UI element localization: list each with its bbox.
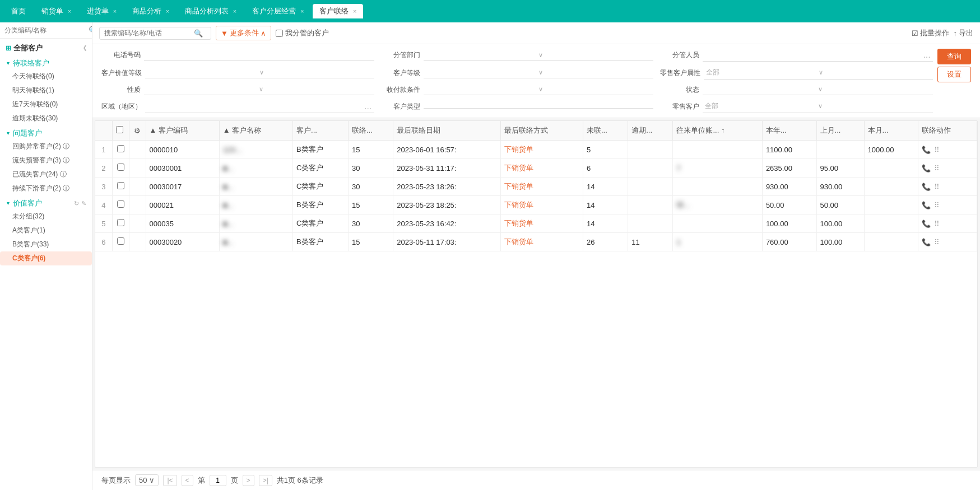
cell-last-contact-method[interactable]: 下销货单 (501, 196, 583, 214)
nav-product-analysis-list[interactable]: 商品分析列表 × (178, 4, 243, 18)
phone-action-icon[interactable]: 📞 (922, 238, 931, 246)
phone-action-icon[interactable]: 📞 (922, 183, 931, 191)
sidebar-item-declining[interactable]: 持续下滑客户(2) ⓘ (0, 181, 92, 195)
phone-input[interactable] (144, 49, 374, 61)
nav-product-analysis-list-close[interactable]: × (233, 8, 236, 15)
batch-ops-button[interactable]: ☑ 批量操作 (912, 28, 949, 38)
cell-last-contact-method[interactable]: 下销货单 (501, 141, 583, 159)
sidebar-item-7days[interactable]: 近7天待联络(0) (0, 97, 92, 111)
query-button[interactable]: 查询 (937, 49, 971, 64)
region-dots[interactable]: … (364, 102, 372, 111)
more-action-icon[interactable]: ⠿ (934, 146, 940, 154)
sidebar-item-b-customers[interactable]: B类客户(33) (0, 237, 92, 251)
payment-select[interactable]: ∨ (424, 84, 654, 95)
nav-customer-segment-close[interactable]: × (300, 8, 304, 15)
next-page-button[interactable]: > (243, 475, 254, 486)
more-action-icon[interactable]: ⠿ (934, 183, 940, 191)
nav-customer-contact-close[interactable]: × (353, 8, 356, 15)
manager-dots[interactable]: … (923, 50, 931, 59)
sidebar-item-unclassified[interactable]: 未分组(32) (0, 209, 92, 223)
customer-level-select[interactable]: ∨ (424, 67, 654, 78)
row-checkbox[interactable] (117, 200, 124, 208)
nav-sales[interactable]: 销货单 × (35, 4, 78, 18)
cell-last-contact-date: 2023-06-01 16:57: (393, 141, 501, 159)
edit-icon[interactable]: ✎ (81, 200, 86, 207)
row-checkbox[interactable] (117, 164, 124, 171)
sidebar-search-input[interactable] (4, 26, 89, 34)
retail-attr-select[interactable]: 全部 ∨ (704, 66, 933, 80)
sidebar-item-c-customers[interactable]: C类客户(6) (0, 251, 92, 265)
export-button[interactable]: ↑ 导出 (954, 28, 974, 38)
select-all-checkbox[interactable] (116, 126, 123, 133)
sidebar-item-tomorrow[interactable]: 明天待联络(1) (0, 83, 92, 97)
sidebar-item-churned[interactable]: 已流失客户(24) ⓘ (0, 167, 92, 181)
customer-search-icon[interactable]: 🔍 (194, 29, 203, 38)
more-action-icon[interactable]: ⠿ (934, 164, 940, 172)
prev-page-button[interactable]: < (182, 475, 193, 486)
nav-home[interactable]: 首页 (4, 4, 32, 18)
cell-checkbox[interactable] (112, 214, 129, 233)
my-customers-checkbox[interactable] (276, 30, 283, 37)
nav-customer-contact[interactable]: 客户联络 × (313, 4, 363, 18)
cell-checkbox[interactable] (112, 141, 129, 159)
sidebar-item-churn-warning[interactable]: 流失预警客户(3) ⓘ (0, 153, 92, 167)
phone-action-icon[interactable]: 📞 (922, 164, 931, 172)
col-settings[interactable]: ⚙ (129, 121, 146, 141)
nav-sales-close[interactable]: × (68, 8, 71, 15)
cell-checkbox[interactable] (112, 233, 129, 251)
sidebar-item-a-customers[interactable]: A类客户(1) (0, 223, 92, 237)
contact-method-link[interactable]: 下销货单 (504, 182, 533, 190)
all-customers-section[interactable]: ⊞ 全部客户 《 (0, 39, 92, 55)
settings-button[interactable]: 设置 (937, 67, 971, 82)
contact-method-link[interactable]: 下销货单 (504, 219, 533, 227)
more-action-icon[interactable]: ⠿ (934, 220, 940, 228)
row-checkbox[interactable] (117, 145, 124, 152)
cell-last-contact-method[interactable]: 下销货单 (501, 214, 583, 233)
nav-product-analysis[interactable]: 商品分析 × (126, 4, 176, 18)
customer-search-input[interactable] (104, 29, 194, 37)
sidebar-group-pending[interactable]: 待联络客户 (0, 55, 92, 69)
nav-product-analysis-close[interactable]: × (166, 8, 169, 15)
cell-last-contact-method[interactable]: 下销货单 (501, 159, 583, 178)
contact-method-link[interactable]: 下销货单 (504, 237, 533, 246)
cell-contact: 30 (348, 178, 393, 196)
refresh-icon[interactable]: ↻ (74, 200, 79, 207)
phone-action-icon[interactable]: 📞 (922, 146, 931, 154)
sidebar-item-overdue[interactable]: 逾期未联络(30) (0, 111, 92, 125)
col-last-contact-method: 最后联络方式 (501, 121, 583, 141)
cell-last-contact-method[interactable]: 下销货单 (501, 233, 583, 251)
value-level-select[interactable]: ∨ (145, 67, 374, 78)
sidebar-group-problem[interactable]: 问题客户 (0, 125, 92, 139)
sidebar-group-value[interactable]: 价值客户 ↻ ✎ (0, 195, 92, 209)
retail-select[interactable]: 全部 ∨ (703, 100, 933, 113)
sidebar-item-today[interactable]: 今天待联络(0) (0, 69, 92, 83)
sidebar-item-abnormal-repurchase[interactable]: 回购异常客户(2) ⓘ (0, 139, 92, 153)
nav-purchase-close[interactable]: × (113, 8, 117, 15)
phone-action-icon[interactable]: 📞 (922, 220, 931, 228)
contact-method-link[interactable]: 下销货单 (504, 200, 533, 209)
nav-purchase[interactable]: 进货单 × (80, 4, 123, 18)
phone-action-icon[interactable]: 📞 (922, 201, 931, 209)
more-action-icon[interactable]: ⠿ (934, 201, 940, 209)
cell-checkbox[interactable] (112, 178, 129, 196)
dept-select[interactable]: ∨ (424, 50, 654, 61)
cell-checkbox[interactable] (112, 196, 129, 214)
status-select[interactable]: ∨ (703, 84, 933, 95)
nav-customer-segment[interactable]: 客户分层经营 × (245, 4, 310, 18)
row-checkbox[interactable] (117, 237, 124, 245)
sidebar-search-icon[interactable]: 🔍 (89, 26, 92, 35)
page-number-input[interactable] (210, 475, 226, 486)
cell-last-contact-method[interactable]: 下销货单 (501, 178, 583, 196)
cell-checkbox[interactable] (112, 159, 129, 178)
contact-method-link[interactable]: 下销货单 (504, 164, 533, 172)
first-page-button[interactable]: |< (163, 475, 177, 486)
my-customers-checkbox-label[interactable]: 我分管的客户 (276, 28, 329, 38)
nature-select[interactable]: ∨ (144, 84, 374, 95)
row-checkbox[interactable] (117, 219, 124, 226)
contact-method-link[interactable]: 下销货单 (504, 145, 533, 153)
row-checkbox[interactable] (117, 182, 124, 189)
more-action-icon[interactable]: ⠿ (934, 238, 940, 246)
more-conditions-button[interactable]: ▼ 更多条件 ∧ (216, 26, 271, 40)
payment-label: 收付款条件 (381, 85, 420, 95)
last-page-button[interactable]: >| (259, 475, 272, 486)
